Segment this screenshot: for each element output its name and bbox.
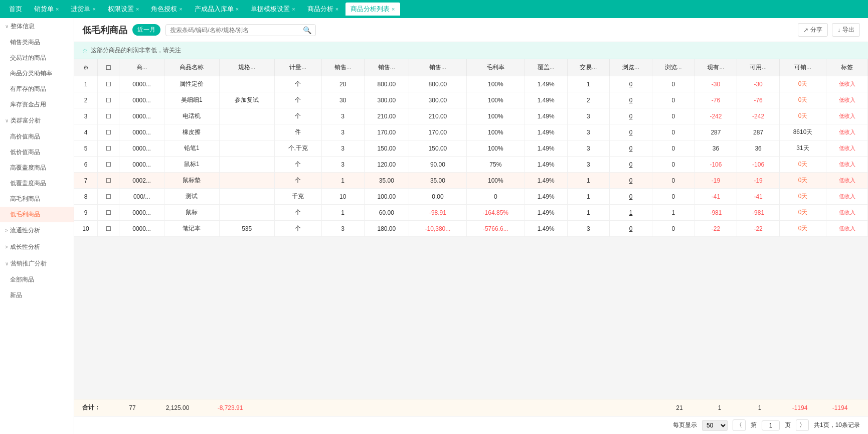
- sidebar-group-成长性分析[interactable]: >成长性分析: [0, 239, 74, 255]
- search-icon[interactable]: 🔍: [303, 26, 311, 34]
- nav-close-产成品入库单[interactable]: ×: [236, 6, 239, 12]
- next-page-button[interactable]: 〉: [796, 419, 809, 431]
- sidebar-group-整体信息[interactable]: ∨整体信息: [0, 18, 74, 35]
- td-gross_margin: 100%: [466, 140, 525, 157]
- sidebar-item-交易过的商品[interactable]: 交易过的商品: [0, 50, 74, 66]
- sidebar-item-高价值商品[interactable]: 高价值商品: [0, 129, 74, 144]
- th-checkbox[interactable]: ☐: [98, 59, 119, 76]
- td-current_stock: 36: [695, 140, 737, 157]
- td-sales_amount: 0.00: [409, 189, 467, 205]
- nav-close-角色授权[interactable]: ×: [179, 6, 182, 12]
- page-size-select[interactable]: 50 20 100: [702, 420, 728, 431]
- table-row: 3☐0000...电话机个3210.00210.00100%1.49%300-2…: [74, 108, 868, 124]
- table-row: 5☐0000...铅笔1个,千克3150.00150.00100%1.49%30…: [74, 140, 868, 157]
- td-sales_qty: 3: [321, 124, 364, 140]
- nav-close-商品分析列表[interactable]: ×: [392, 6, 395, 12]
- th-settings[interactable]: ⚙: [74, 59, 98, 76]
- td-tag: 低收入: [826, 108, 868, 124]
- nav-item-销货单[interactable]: 销货单×: [29, 3, 64, 16]
- td-spec: 参加复试: [219, 92, 274, 108]
- footer-sales-amount: -8,723.91: [203, 404, 258, 411]
- td-current_stock: -242: [695, 108, 737, 124]
- sidebar-group-流通性分析[interactable]: >流通性分析: [0, 222, 74, 239]
- td-checkbox[interactable]: ☐: [98, 92, 119, 108]
- notice-icon: ☆: [82, 47, 88, 54]
- search-input[interactable]: [170, 27, 300, 34]
- td-unit: 件: [274, 124, 321, 140]
- td-transaction: 1: [567, 189, 610, 205]
- td-no: 6: [74, 157, 98, 173]
- top-nav: 首页销货单×进货单×权限设置×角色授权×产成品入库单×单据模板设置×商品分析×商…: [0, 0, 868, 18]
- table-area[interactable]: ⚙☐商...商品名称规格...计量...销售...销售...销售...毛利率覆盖…: [74, 59, 868, 399]
- td-checkbox[interactable]: ☐: [98, 76, 119, 92]
- per-page-label: 每页显示: [673, 421, 697, 429]
- td-checkbox[interactable]: ☐: [98, 157, 119, 173]
- nav-close-权限设置[interactable]: ×: [136, 6, 139, 12]
- td-sales_amount: 800.00: [409, 76, 467, 92]
- td-browse2: 0: [652, 157, 695, 173]
- td-name: 鼠标1: [164, 157, 219, 173]
- td-sales_price: 170.00: [364, 124, 409, 140]
- td-browse1: 0: [610, 76, 652, 92]
- td-code: 0000...: [119, 221, 164, 237]
- td-checkbox[interactable]: ☐: [98, 221, 119, 237]
- page-input[interactable]: [762, 420, 780, 430]
- th-available: 可用...: [737, 59, 780, 76]
- nav-item-商品分析列表[interactable]: 商品分析列表×: [345, 3, 400, 16]
- nav-item-首页[interactable]: 首页: [4, 3, 27, 16]
- sidebar-item-高覆盖度商品[interactable]: 高覆盖度商品: [0, 160, 74, 176]
- nav-item-产成品入库单[interactable]: 产成品入库单×: [190, 3, 244, 16]
- nav-close-商品分析[interactable]: ×: [335, 6, 338, 12]
- td-checkbox[interactable]: ☐: [98, 124, 119, 140]
- prev-page-button[interactable]: 〈: [733, 419, 746, 431]
- td-sellable: 0天: [779, 173, 826, 189]
- nav-item-角色授权[interactable]: 角色授权×: [146, 3, 187, 16]
- sidebar-item-商品分类助销率[interactable]: 商品分类助销率: [0, 66, 74, 81]
- th-transaction: 交易...: [567, 59, 610, 76]
- td-browse2: 1: [652, 205, 695, 221]
- period-button[interactable]: 近一月: [132, 24, 160, 36]
- sidebar-item-新品[interactable]: 新品: [0, 287, 74, 303]
- td-sales_price: 35.00: [364, 173, 409, 189]
- sidebar-group-类群富分析[interactable]: ∨类群富分析: [0, 112, 74, 129]
- td-unit: 个: [274, 108, 321, 124]
- td-browse1: 0: [610, 108, 652, 124]
- nav-item-权限设置[interactable]: 权限设置×: [103, 3, 144, 16]
- nav-item-进货单[interactable]: 进货单×: [66, 3, 100, 16]
- sidebar-item-低毛利商品[interactable]: 低毛利商品: [0, 207, 74, 222]
- td-checkbox[interactable]: ☐: [98, 140, 119, 157]
- td-current_stock: -106: [695, 157, 737, 173]
- td-spec: [219, 140, 274, 157]
- td-name: 鼠标垫: [164, 173, 219, 189]
- footer-sales-qty: 77: [112, 404, 152, 411]
- td-browse1: 0: [610, 140, 652, 157]
- sidebar-item-库存资金占用[interactable]: 库存资金占用: [0, 97, 74, 112]
- share-button[interactable]: ↗ 分享: [798, 23, 828, 37]
- nav-close-进货单[interactable]: ×: [92, 6, 95, 12]
- nav-item-单据模板设置[interactable]: 单据模板设置×: [246, 3, 300, 16]
- table-row: 8☐000/...测试千克10100.000.0001.49%100-41-41…: [74, 189, 868, 205]
- td-checkbox[interactable]: ☐: [98, 189, 119, 205]
- td-checkbox[interactable]: ☐: [98, 108, 119, 124]
- td-sales_qty: 3: [321, 221, 364, 237]
- td-available: -19: [737, 173, 780, 189]
- sidebar-item-销售类商品[interactable]: 销售类商品: [0, 35, 74, 50]
- sidebar: ∨整体信息销售类商品交易过的商品商品分类助销率有库存的商品库存资金占用∨类群富分…: [0, 18, 74, 434]
- td-available: 36: [737, 140, 780, 157]
- nav-item-商品分析[interactable]: 商品分析×: [302, 3, 343, 16]
- nav-close-销货单[interactable]: ×: [56, 6, 59, 12]
- td-sales_qty: 30: [321, 92, 364, 108]
- sidebar-item-低价值商品[interactable]: 低价值商品: [0, 144, 74, 160]
- td-checkbox[interactable]: ☐: [98, 205, 119, 221]
- sidebar-item-全部商品[interactable]: 全部商品: [0, 272, 74, 287]
- main-layout: ∨整体信息销售类商品交易过的商品商品分类助销率有库存的商品库存资金占用∨类群富分…: [0, 18, 868, 434]
- sidebar-item-低覆盖度商品[interactable]: 低覆盖度商品: [0, 176, 74, 191]
- td-sellable: 0天: [779, 76, 826, 92]
- sidebar-item-有库存的商品[interactable]: 有库存的商品: [0, 81, 74, 97]
- sidebar-group-营销推广分析[interactable]: ∨营销推广分析: [0, 255, 74, 272]
- nav-close-单据模板设置[interactable]: ×: [292, 6, 295, 12]
- sidebar-item-高毛利商品[interactable]: 高毛利商品: [0, 191, 74, 207]
- td-available: -981: [737, 205, 780, 221]
- export-button[interactable]: ↓ 导出: [832, 23, 860, 37]
- td-checkbox[interactable]: ☐: [98, 173, 119, 189]
